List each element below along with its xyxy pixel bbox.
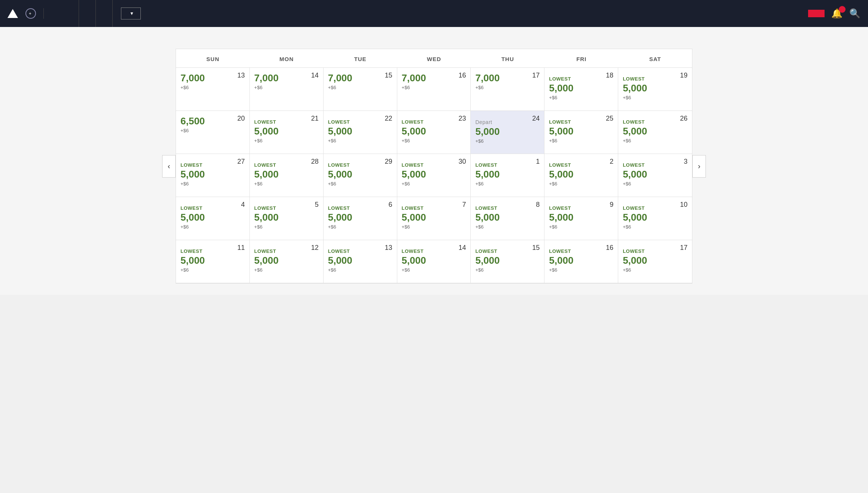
cell-fee: +$6 (402, 181, 466, 187)
calendar-cell-10-3[interactable]: 10LOWEST5,000+$6 (618, 197, 692, 240)
calendar-cell-4-3[interactable]: 4LOWEST5,000+$6 (176, 197, 250, 240)
cell-lowest-label: LOWEST (475, 162, 540, 168)
calendar-cell-24-1[interactable]: 24Depart5,000+$6 (471, 111, 544, 154)
calendar-cell-6-3[interactable]: 6LOWEST5,000+$6 (324, 197, 397, 240)
calendar-grid-wrapper: SUNMONTUEWEDTHUFRISAT 137,000+$6147,000+… (176, 49, 692, 284)
cell-points: 5,000 (254, 255, 319, 266)
calendar-cell-26-1[interactable]: 26LOWEST5,000+$6 (618, 111, 692, 154)
search-button[interactable]: 🔍 (849, 8, 861, 19)
calendar-cell-16-0[interactable]: 167,000+$6 (397, 68, 471, 111)
passengers-display (96, 0, 113, 27)
calendar-cell-25-1[interactable]: 25LOWEST5,000+$6 (544, 111, 618, 154)
calendar-cell-7-3[interactable]: 7LOWEST5,000+$6 (397, 197, 471, 240)
calendar-cell-22-1[interactable]: 22LOWEST5,000+$6 (324, 111, 397, 154)
cell-points: 5,000 (254, 212, 319, 223)
cell-lowest-label: LOWEST (623, 76, 688, 82)
depart-label: Depart (475, 119, 540, 125)
calendar-cell-15-4[interactable]: 15LOWEST5,000+$6 (471, 240, 544, 283)
calendar-cell-11-4[interactable]: 11LOWEST5,000+$6 (176, 240, 250, 283)
day-header-sat: SAT (618, 49, 692, 67)
cell-lowest-label: LOWEST (328, 248, 392, 254)
cell-points: 5,000 (180, 169, 245, 180)
cell-lowest-label: LOWEST (623, 248, 688, 254)
next-month-button[interactable]: › (692, 155, 706, 178)
delta-triangle-icon (7, 9, 18, 18)
prev-month-button[interactable]: ‹ (162, 155, 176, 178)
date-display (79, 0, 96, 27)
cell-date: 30 (458, 158, 466, 166)
header: ✦ ▼ 🔔 🔍 (0, 0, 868, 27)
calendar-cell-27-2[interactable]: 27LOWEST5,000+$6 (176, 154, 250, 197)
login-button[interactable] (808, 10, 825, 17)
cell-lowest-label: LOWEST (623, 119, 688, 125)
cell-fee: +$6 (475, 181, 540, 187)
notifications-bell[interactable]: 🔔 (831, 8, 843, 19)
cell-points: 5,000 (328, 125, 392, 137)
cell-fee: +$6 (623, 224, 688, 230)
cell-points: 5,000 (180, 255, 245, 266)
calendar-cell-9-3[interactable]: 9LOWEST5,000+$6 (544, 197, 618, 240)
cell-lowest-label: LOWEST (328, 162, 392, 168)
modify-section[interactable]: ▼ (113, 0, 149, 27)
calendar-cell-18-0[interactable]: 18LOWEST5,000+$6 (544, 68, 618, 111)
cell-lowest-label: LOWEST (254, 119, 319, 125)
trip-type-display (62, 0, 79, 27)
calendar-cell-2-2[interactable]: 2LOWEST5,000+$6 (544, 154, 618, 197)
cell-date: 19 (680, 72, 688, 79)
cell-fee: +$6 (180, 267, 245, 273)
calendar-cell-28-2[interactable]: 28LOWEST5,000+$6 (250, 154, 324, 197)
cell-date: 15 (385, 72, 392, 79)
cell-date: 14 (311, 72, 319, 79)
logo-emblem: ✦ (25, 8, 36, 19)
cell-points: 5,000 (402, 125, 466, 137)
calendar-cell-19-0[interactable]: 19LOWEST5,000+$6 (618, 68, 692, 111)
cell-date: 20 (237, 115, 245, 123)
calendar-cell-14-4[interactable]: 14LOWEST5,000+$6 (397, 240, 471, 283)
calendar-cell-3-2[interactable]: 3LOWEST5,000+$6 (618, 154, 692, 197)
cell-date: 17 (680, 244, 688, 252)
cell-points: 5,000 (402, 169, 466, 180)
delta-logo[interactable]: ✦ (7, 8, 44, 19)
cell-points: 7,000 (328, 72, 392, 84)
modify-button[interactable]: ▼ (121, 7, 141, 19)
cell-date: 17 (532, 72, 540, 79)
cell-fee: +$6 (402, 224, 466, 230)
calendar-cell-30-2[interactable]: 30LOWEST5,000+$6 (397, 154, 471, 197)
calendar-cell-20-1[interactable]: 206,500+$6 (176, 111, 250, 154)
cell-points: 5,000 (623, 82, 688, 94)
cell-lowest-label: LOWEST (475, 205, 540, 211)
calendar-cell-13-4[interactable]: 13LOWEST5,000+$6 (324, 240, 397, 283)
cell-date: 4 (241, 201, 245, 209)
calendar-cell-12-4[interactable]: 12LOWEST5,000+$6 (250, 240, 324, 283)
calendar-cell-8-3[interactable]: 8LOWEST5,000+$6 (471, 197, 544, 240)
calendar-cell-23-1[interactable]: 23LOWEST5,000+$6 (397, 111, 471, 154)
calendar-cell-1-2[interactable]: 1LOWEST5,000+$6 (471, 154, 544, 197)
cell-date: 11 (237, 244, 245, 252)
calendar-cell-17-4[interactable]: 17LOWEST5,000+$6 (618, 240, 692, 283)
calendar-cell-5-3[interactable]: 5LOWEST5,000+$6 (250, 197, 324, 240)
cell-lowest-label: LOWEST (623, 162, 688, 168)
calendar-cell-29-2[interactable]: 29LOWEST5,000+$6 (324, 154, 397, 197)
cell-points: 5,000 (328, 169, 392, 180)
cell-lowest-label: LOWEST (549, 119, 613, 125)
cell-date: 16 (606, 244, 613, 252)
cell-lowest-label: LOWEST (254, 162, 319, 168)
cell-points: 6,500 (180, 115, 245, 127)
calendar-cell-13-0[interactable]: 137,000+$6 (176, 68, 250, 111)
calendar-cell-21-1[interactable]: 21LOWEST5,000+$6 (250, 111, 324, 154)
calendar-cell-17-0[interactable]: 177,000+$6 (471, 68, 544, 111)
day-header-thu: THU (471, 49, 544, 67)
cell-fee: +$6 (475, 224, 540, 230)
cell-date: 13 (237, 72, 245, 79)
cell-fee: +$6 (623, 138, 688, 143)
cell-points: 5,000 (549, 125, 613, 137)
cell-fee: +$6 (180, 224, 245, 230)
cell-fee: +$6 (254, 138, 319, 143)
calendar-cell-15-0[interactable]: 157,000+$6 (324, 68, 397, 111)
cell-fee: +$6 (402, 85, 466, 90)
calendar-cell-16-4[interactable]: 16LOWEST5,000+$6 (544, 240, 618, 283)
cell-fee: +$6 (180, 85, 245, 90)
calendar-cell-14-0[interactable]: 147,000+$6 (250, 68, 324, 111)
cell-date: 2 (610, 158, 613, 166)
cell-points: 5,000 (475, 255, 540, 266)
